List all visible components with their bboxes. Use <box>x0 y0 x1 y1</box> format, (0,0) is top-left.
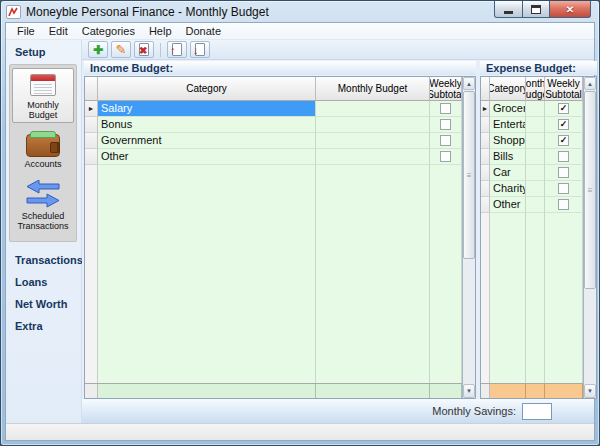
scroll-up-button[interactable]: ▲ <box>463 77 475 90</box>
weekly-subtotal-checkbox[interactable] <box>558 135 569 146</box>
monthly-budget-cell[interactable] <box>526 133 545 149</box>
category-cell[interactable]: Charity <box>490 181 526 197</box>
title-bar[interactable]: Moneyble Personal Finance - Monthly Budg… <box>6 2 479 22</box>
weekly-subtotal-column-header[interactable]: Weekly Subtotal <box>430 77 462 101</box>
table-row[interactable]: Bonus <box>85 117 462 133</box>
category-column-header[interactable]: Category <box>490 77 526 101</box>
weekly-subtotal-cell[interactable] <box>545 117 583 133</box>
weekly-subtotal-checkbox[interactable] <box>558 119 569 130</box>
weekly-subtotal-cell[interactable] <box>430 117 462 133</box>
monthly-budget-cell[interactable] <box>316 117 430 133</box>
weekly-subtotal-checkbox[interactable] <box>558 103 569 114</box>
weekly-subtotal-checkbox[interactable] <box>440 119 451 130</box>
monthly-savings-input[interactable] <box>522 403 552 420</box>
row-selector[interactable] <box>481 165 490 181</box>
category-cell[interactable]: Shopping <box>490 133 526 149</box>
table-row[interactable]: Bills <box>481 149 583 165</box>
monthly-budget-cell[interactable] <box>526 149 545 165</box>
category-cell[interactable]: Car <box>490 165 526 181</box>
sidebar-section-net-worth[interactable]: Net Worth <box>6 298 81 310</box>
maximize-button[interactable] <box>522 1 550 18</box>
weekly-subtotal-checkbox[interactable] <box>558 199 569 210</box>
weekly-subtotal-cell[interactable] <box>430 101 462 117</box>
monthly-budget-cell[interactable] <box>526 181 545 197</box>
category-cell[interactable]: Entertainment <box>490 117 526 133</box>
row-selector[interactable] <box>481 197 490 213</box>
table-row[interactable]: Government <box>85 133 462 149</box>
scroll-down-button[interactable]: ▼ <box>463 384 475 398</box>
table-row[interactable]: Salary <box>85 101 462 117</box>
category-cell[interactable]: Bonus <box>98 117 316 133</box>
table-row[interactable]: Shopping <box>481 133 583 149</box>
category-cell[interactable]: Salary <box>98 101 316 117</box>
monthly-budget-cell[interactable] <box>526 197 545 213</box>
monthly-budget-cell[interactable] <box>316 149 430 165</box>
weekly-subtotal-checkbox[interactable] <box>440 135 451 146</box>
minimize-button[interactable] <box>494 1 523 18</box>
sidebar-item-scheduled-transactions[interactable]: Scheduled Transactions <box>12 176 74 233</box>
table-row[interactable]: Car <box>481 165 583 181</box>
sidebar-section-setup[interactable]: Setup <box>6 40 81 58</box>
row-selector[interactable] <box>481 181 490 197</box>
row-selector[interactable] <box>85 149 98 165</box>
weekly-subtotal-checkbox[interactable] <box>440 151 451 162</box>
row-selector[interactable] <box>85 133 98 149</box>
weekly-subtotal-checkbox[interactable] <box>440 103 451 114</box>
monthly-budget-cell[interactable] <box>526 117 545 133</box>
sidebar-section-transactions[interactable]: Transactions <box>6 254 81 266</box>
weekly-subtotal-cell[interactable] <box>430 133 462 149</box>
row-selector[interactable] <box>85 101 98 117</box>
weekly-subtotal-cell[interactable] <box>545 197 583 213</box>
weekly-subtotal-cell[interactable] <box>545 149 583 165</box>
expense-vertical-scrollbar[interactable]: ▲ ≡ ▼ <box>583 77 596 398</box>
category-cell[interactable]: Other <box>490 197 526 213</box>
weekly-subtotal-cell[interactable] <box>545 165 583 181</box>
weekly-subtotal-checkbox[interactable] <box>558 151 569 162</box>
close-button[interactable]: ✕ <box>549 1 591 18</box>
row-selector[interactable] <box>481 117 490 133</box>
income-vertical-scrollbar[interactable]: ▲ ≡ ▼ <box>462 77 475 398</box>
monthly-budget-cell[interactable] <box>526 165 545 181</box>
table-row[interactable]: Entertainment <box>481 117 583 133</box>
weekly-subtotal-cell[interactable] <box>545 181 583 197</box>
row-selector[interactable] <box>481 101 490 117</box>
monthly-budget-cell[interactable] <box>316 101 430 117</box>
category-cell[interactable]: Groceries <box>490 101 526 117</box>
menu-help[interactable]: Help <box>142 24 179 38</box>
menu-donate[interactable]: Donate <box>179 24 228 38</box>
sidebar-section-loans[interactable]: Loans <box>6 276 81 288</box>
menu-file[interactable]: File <box>10 24 42 38</box>
monthly-budget-cell[interactable] <box>526 101 545 117</box>
weekly-subtotal-cell[interactable] <box>545 101 583 117</box>
add-button[interactable]: ✚ <box>88 41 108 58</box>
category-cell[interactable]: Other <box>98 149 316 165</box>
scroll-up-button[interactable]: ▲ <box>584 77 596 90</box>
edit-button[interactable]: ✎ <box>111 41 131 58</box>
monthly-budget-cell[interactable] <box>316 133 430 149</box>
row-selector[interactable] <box>85 117 98 133</box>
sidebar-item-monthly-budget[interactable]: Monthly Budget <box>12 68 74 123</box>
sidebar-item-accounts[interactable]: Accounts <box>12 128 74 171</box>
table-row[interactable]: Charity <box>481 181 583 197</box>
monthly-budget-column-header[interactable]: Monthly Budget <box>526 77 545 101</box>
import-button[interactable]: ↑ <box>167 41 187 58</box>
category-column-header[interactable]: Category <box>98 77 316 101</box>
weekly-subtotal-cell[interactable] <box>430 149 462 165</box>
menu-categories[interactable]: Categories <box>75 24 142 38</box>
scrollbar-thumb[interactable]: ≡ <box>463 91 475 259</box>
weekly-subtotal-checkbox[interactable] <box>558 183 569 194</box>
menu-edit[interactable]: Edit <box>42 24 75 38</box>
table-row[interactable]: Groceries <box>481 101 583 117</box>
export-button[interactable]: ↓ <box>190 41 210 58</box>
category-cell[interactable]: Bills <box>490 149 526 165</box>
row-selector[interactable] <box>481 133 490 149</box>
delete-button[interactable]: ✖ <box>134 41 154 58</box>
row-selector[interactable] <box>481 149 490 165</box>
category-cell[interactable]: Government <box>98 133 316 149</box>
weekly-subtotal-cell[interactable] <box>545 133 583 149</box>
scroll-down-button[interactable]: ▼ <box>584 384 596 398</box>
scrollbar-thumb[interactable]: ≡ <box>584 91 596 289</box>
weekly-subtotal-checkbox[interactable] <box>558 167 569 178</box>
sidebar-section-extra[interactable]: Extra <box>6 320 81 332</box>
table-row[interactable]: Other <box>481 197 583 213</box>
